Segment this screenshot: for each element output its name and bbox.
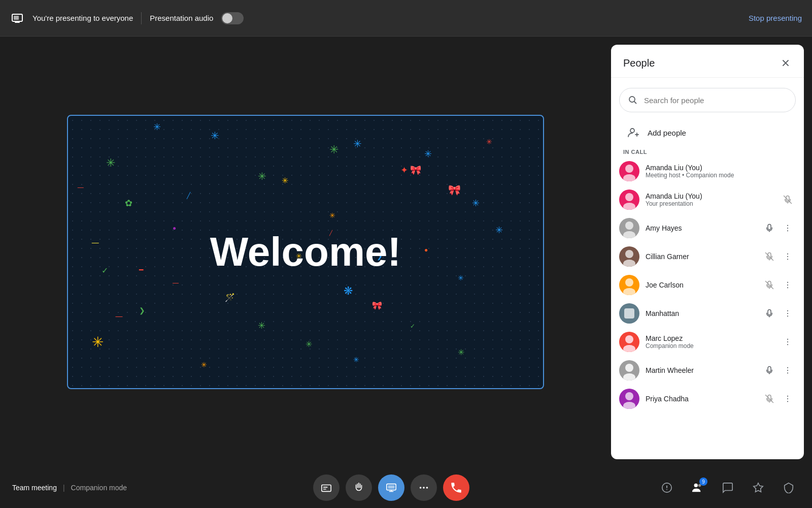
person-actions xyxy=(780,334,796,350)
svg-point-34 xyxy=(787,315,788,316)
svg-point-41 xyxy=(623,373,635,380)
more-options-button[interactable] xyxy=(780,220,796,236)
person-name: Manhattan xyxy=(646,309,755,318)
svg-point-6 xyxy=(625,193,633,201)
bottom-bar: Team meeting | Companion mode xyxy=(0,467,812,508)
person-name: Marc Lopez xyxy=(646,334,773,342)
presenting-text: You're presenting to everyone xyxy=(32,14,133,22)
stop-presenting-button[interactable]: Stop presenting xyxy=(749,14,802,22)
svg-point-16 xyxy=(625,250,633,258)
avatar xyxy=(619,189,639,210)
safety-button[interactable] xyxy=(777,477,800,499)
more-options-button[interactable] xyxy=(780,305,796,322)
person-row[interactable]: Martin Wheeler xyxy=(611,356,804,385)
svg-point-14 xyxy=(787,228,788,229)
svg-point-44 xyxy=(787,370,788,371)
person-info: Cillian Garner xyxy=(646,252,755,261)
avatar xyxy=(619,275,639,295)
mic-off-button[interactable] xyxy=(761,391,777,407)
svg-point-7 xyxy=(623,203,635,210)
mic-button[interactable] xyxy=(761,362,777,378)
person-actions xyxy=(761,362,796,378)
mic-button[interactable] xyxy=(761,305,777,322)
svg-point-13 xyxy=(787,225,788,226)
person-info: Joe Carlson xyxy=(646,281,755,289)
person-sub: Meeting host • Companion mode xyxy=(646,172,796,179)
svg-point-20 xyxy=(787,253,788,255)
person-row[interactable]: Marc Lopez Companion mode xyxy=(611,328,804,356)
svg-point-58 xyxy=(420,487,422,489)
panel-title: People xyxy=(623,57,777,69)
mic-off-button[interactable] xyxy=(780,192,796,208)
mic-off-button[interactable] xyxy=(761,277,777,293)
person-name: Priya Chadha xyxy=(646,395,755,403)
svg-point-29 xyxy=(787,287,788,288)
svg-point-60 xyxy=(426,487,428,489)
person-row[interactable]: Priya Chadha xyxy=(611,385,804,413)
person-row[interactable]: Amy Hayes xyxy=(611,214,804,242)
avatar xyxy=(619,332,639,352)
mic-off-button[interactable] xyxy=(761,248,777,265)
companion-mode-label: Companion mode xyxy=(71,484,127,492)
person-info: Amy Hayes xyxy=(646,224,755,232)
people-panel: People xyxy=(611,45,804,459)
presentation-audio-toggle[interactable] xyxy=(221,12,244,24)
svg-point-4 xyxy=(625,165,633,173)
add-person-icon xyxy=(627,126,639,139)
toggle-knob xyxy=(222,13,232,23)
svg-point-59 xyxy=(423,487,425,489)
svg-point-17 xyxy=(623,260,635,267)
more-options-button[interactable] xyxy=(780,391,796,407)
svg-point-50 xyxy=(787,396,788,397)
captions-button[interactable] xyxy=(313,474,340,501)
main-content: ✳ ✿ ✓ ❯ ✳ ✳ ✳ ✳ ✳ ✳ ❯ ❋ ✳ ✳ ✦ — — — xyxy=(0,37,812,467)
add-people-button[interactable]: Add people xyxy=(615,120,800,145)
raise-hand-button[interactable] xyxy=(346,474,372,501)
svg-point-38 xyxy=(787,341,788,342)
person-name: Joe Carlson xyxy=(646,281,755,289)
top-bar-divider xyxy=(141,12,142,24)
activities-button[interactable] xyxy=(747,477,769,499)
svg-point-45 xyxy=(787,372,788,373)
search-box[interactable] xyxy=(619,88,796,112)
svg-point-39 xyxy=(787,344,788,345)
more-options-button[interactable] xyxy=(780,334,796,350)
end-call-button[interactable] xyxy=(443,474,469,501)
person-row[interactable]: Joe Carlson xyxy=(611,271,804,299)
meeting-title: Team meeting xyxy=(12,484,57,492)
search-input[interactable] xyxy=(644,96,787,105)
svg-point-3 xyxy=(630,129,634,133)
present-button[interactable] xyxy=(378,474,404,501)
person-info: Manhattan xyxy=(646,309,755,318)
svg-point-22 xyxy=(787,259,788,260)
chat-button[interactable] xyxy=(717,477,739,499)
svg-point-28 xyxy=(787,284,788,285)
more-options-button[interactable] xyxy=(411,474,437,501)
svg-point-23 xyxy=(625,278,633,287)
person-actions xyxy=(761,248,796,265)
search-icon xyxy=(628,95,638,105)
svg-point-36 xyxy=(623,345,635,352)
person-row[interactable]: Cillian Garner xyxy=(611,242,804,271)
people-button[interactable]: 9 xyxy=(686,477,708,499)
svg-point-35 xyxy=(625,335,633,343)
svg-rect-53 xyxy=(322,485,331,492)
top-bar: You're presenting to everyone Presentati… xyxy=(0,0,812,37)
mic-button[interactable] xyxy=(761,220,777,236)
panel-close-button[interactable] xyxy=(777,55,794,71)
more-options-button[interactable] xyxy=(780,362,796,378)
svg-point-37 xyxy=(787,339,788,340)
svg-point-5 xyxy=(623,174,635,181)
person-row[interactable]: Amanda Liu (You) Meeting host • Companio… xyxy=(611,157,804,185)
svg-rect-30 xyxy=(624,308,634,319)
person-actions xyxy=(761,220,796,236)
person-row[interactable]: Amanda Liu (You) Your presentation xyxy=(611,185,804,214)
person-name: Amanda Liu (You) xyxy=(646,192,773,200)
info-button[interactable] xyxy=(656,477,678,499)
more-options-button[interactable] xyxy=(780,248,796,265)
svg-point-10 xyxy=(625,221,633,230)
presentation-frame: ✳ ✿ ✓ ❯ ✳ ✳ ✳ ✳ ✳ ✳ ❯ ❋ ✳ ✳ ✦ — — — xyxy=(67,115,544,389)
person-row[interactable]: Manhattan xyxy=(611,299,804,328)
more-options-button[interactable] xyxy=(780,277,796,293)
person-info: Martin Wheeler xyxy=(646,366,755,374)
